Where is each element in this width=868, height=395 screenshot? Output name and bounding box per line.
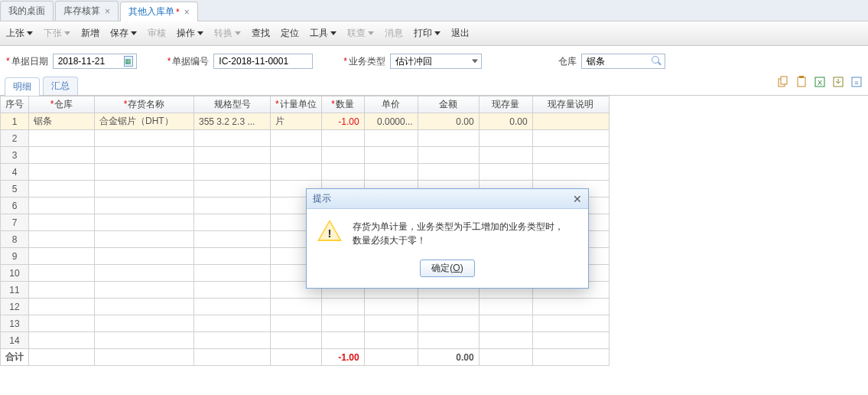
dialog-body: ! 存货为单计量，业务类型为手工增加的业务类型时， 数量必须大于零！ — [307, 209, 588, 252]
modal-overlay: 提示 ✕ ! 存货为单计量，业务类型为手工增加的业务类型时， 数量必须大于零！ … — [0, 0, 868, 395]
ok-button[interactable]: 确定(O) — [420, 260, 474, 277]
dialog-message: 存货为单计量，业务类型为手工增加的业务类型时， 数量必须大于零！ — [353, 220, 564, 247]
dialog-titlebar[interactable]: 提示 ✕ — [307, 189, 588, 209]
message-dialog: 提示 ✕ ! 存货为单计量，业务类型为手工增加的业务类型时， 数量必须大于零！ … — [306, 188, 589, 289]
warning-icon: ! — [317, 220, 342, 241]
close-icon[interactable]: ✕ — [573, 193, 582, 205]
dialog-title: 提示 — [313, 192, 331, 205]
